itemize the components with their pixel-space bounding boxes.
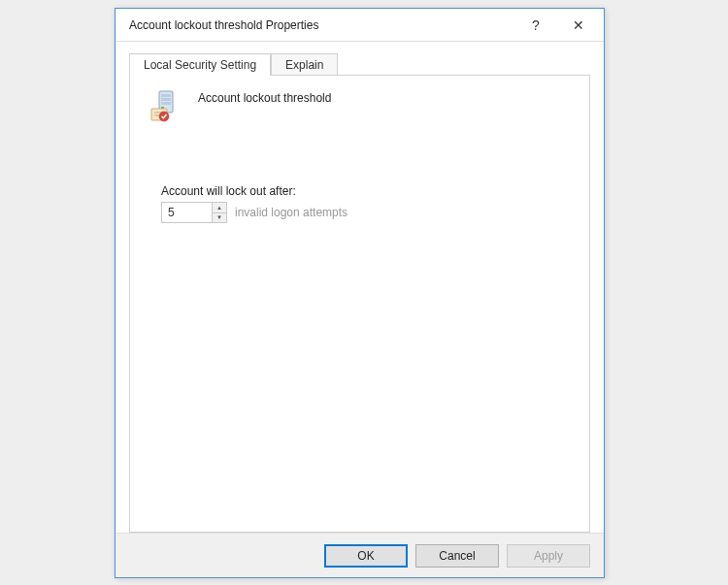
spin-up-button[interactable]: ▲ (213, 203, 226, 213)
dialog-footer: OK Cancel Apply (116, 533, 604, 577)
setting-row: ▲ ▼ invalid logon attempts (161, 202, 570, 223)
tab-explain[interactable]: Explain (271, 53, 338, 76)
threshold-input[interactable] (161, 202, 212, 223)
tab-local-security-setting[interactable]: Local Security Setting (129, 53, 271, 76)
tabs-row: Local Security Setting Explain (129, 51, 590, 75)
svg-rect-1 (161, 94, 171, 97)
svg-rect-3 (161, 102, 171, 105)
policy-header: Account lockout threshold (149, 89, 570, 124)
setting-suffix: invalid logon attempts (235, 206, 347, 219)
setting-block: Account will lock out after: ▲ ▼ invalid… (161, 184, 570, 223)
policy-title: Account lockout threshold (198, 89, 331, 105)
setting-label: Account will lock out after: (161, 184, 570, 198)
server-policy-icon (149, 89, 184, 124)
dialog-body: Local Security Setting Explain (116, 42, 604, 533)
properties-dialog: Account lockout threshold Properties ? ✕… (115, 8, 605, 578)
close-button[interactable]: ✕ (557, 11, 600, 40)
spin-down-button[interactable]: ▼ (213, 213, 226, 223)
close-icon: ✕ (573, 17, 584, 33)
cancel-button[interactable]: Cancel (415, 544, 499, 568)
ok-button[interactable]: OK (324, 544, 408, 568)
spinner-buttons: ▲ ▼ (212, 202, 227, 223)
dialog-title: Account lockout threshold Properties (129, 18, 514, 32)
titlebar: Account lockout threshold Properties ? ✕ (116, 9, 604, 42)
help-button[interactable]: ? (514, 11, 557, 40)
tab-panel: Account lockout threshold Account will l… (129, 75, 590, 533)
apply-button[interactable]: Apply (507, 544, 590, 568)
threshold-spinner: ▲ ▼ (161, 202, 227, 223)
svg-rect-2 (161, 98, 171, 101)
help-icon: ? (532, 17, 540, 33)
